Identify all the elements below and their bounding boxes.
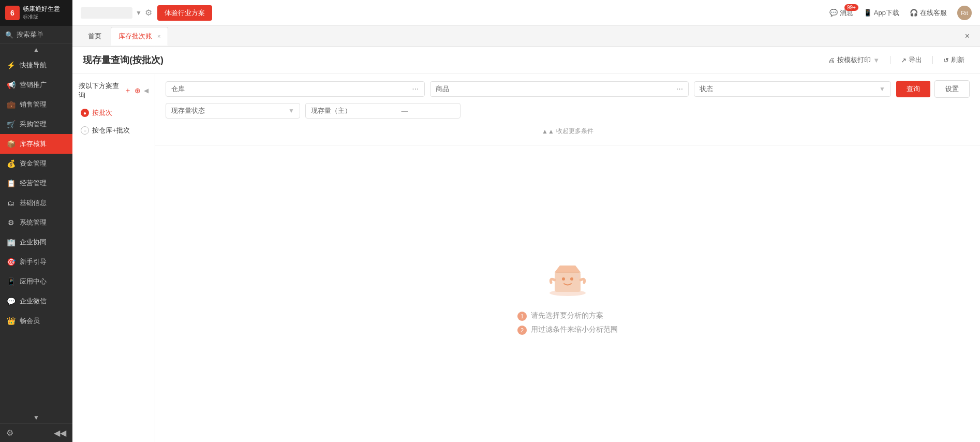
sidebar-item-enterprise[interactable]: 🏢 企业协同 xyxy=(0,232,72,252)
sidebar-company-name: 畅康通好生意 xyxy=(23,5,60,13)
sidebar-item-appstore[interactable]: 📱 应用中心 xyxy=(0,272,72,291)
query-btn[interactable]: 查询 xyxy=(896,81,930,97)
sidebar-item-label: 营销推广 xyxy=(20,80,47,90)
range-dash: — xyxy=(402,107,408,115)
sidebar-footer: ⚙ ◀◀ xyxy=(0,423,72,442)
sidebar-search[interactable]: 🔍 搜索菜单 xyxy=(0,26,72,44)
scheme-item-warehouse-batch[interactable]: ○ 按仓库+批次 xyxy=(72,122,155,139)
close-panel-btn[interactable]: × xyxy=(963,30,972,43)
marketing-icon: 📢 xyxy=(6,80,16,90)
empty-step-2: 2 用过滤条件来缩小分析范围 xyxy=(517,325,618,335)
action-divider-2 xyxy=(932,56,933,64)
collapse-scheme-icon[interactable]: ◀ xyxy=(144,87,149,94)
breadcrumb-input[interactable] xyxy=(81,7,132,19)
online-service-btn[interactable]: 🎧 在线客服 xyxy=(910,8,947,18)
sidebar-nav: ⚡ 快捷导航 📢 营销推广 💼 销售管理 🛒 采购管理 📦 库存核算 💰 资金管… xyxy=(0,55,72,412)
sidebar-version: 标准版 xyxy=(23,13,60,21)
settings-gear-icon[interactable]: ⚙ xyxy=(145,8,152,18)
sidebar-item-inventory[interactable]: 📦 库存核算 xyxy=(0,134,72,154)
scheme-label: 按批次 xyxy=(92,108,112,117)
sidebar-item-marketing[interactable]: 📢 营销推广 xyxy=(0,75,72,95)
messages-btn[interactable]: 💬 消息 99+ xyxy=(829,8,853,18)
scheme-label: 按仓库+批次 xyxy=(92,126,130,135)
stock-status-field[interactable]: 现存量状态 ▼ xyxy=(166,103,300,119)
sidebar-item-label: 系统管理 xyxy=(20,218,47,227)
sidebar-scroll-down[interactable]: ▼ xyxy=(0,412,72,423)
app-download-btn[interactable]: 📱 App下载 xyxy=(864,8,899,18)
sidebar-item-label: 快捷导航 xyxy=(20,61,47,70)
tab-close-btn[interactable]: × xyxy=(157,33,160,39)
search-icon: 🔍 xyxy=(5,31,13,39)
product-more-icon[interactable]: ··· xyxy=(676,84,683,94)
finance-icon: 💰 xyxy=(6,159,16,168)
page-title: 现存量查询(按批次) xyxy=(83,54,164,66)
content-body: 按以下方案查询 ＋ ⊕ ◀ ● 按批次 ○ 按仓库+批次 xyxy=(72,74,980,442)
sidebar-item-member[interactable]: 👑 畅会员 xyxy=(0,311,72,331)
product-input[interactable] xyxy=(452,85,673,93)
warehouse-input[interactable] xyxy=(188,85,409,93)
sidebar-item-quick-nav[interactable]: ⚡ 快捷导航 xyxy=(0,55,72,75)
tab-home[interactable]: 首页 xyxy=(81,27,109,45)
sidebar-item-purchase[interactable]: 🛒 采购管理 xyxy=(0,114,72,134)
sidebar-item-wechat[interactable]: 💬 企业微信 xyxy=(0,291,72,311)
experience-btn[interactable]: 体验行业方案 xyxy=(157,5,212,21)
user-avatar-btn[interactable]: Rit xyxy=(957,6,972,20)
sidebar-item-label: 销售管理 xyxy=(20,100,47,109)
sidebar-item-sales[interactable]: 💼 销售管理 xyxy=(0,95,72,114)
settings-btn[interactable]: 设置 xyxy=(934,80,970,98)
step-2-text: 用过滤条件来缩小分析范围 xyxy=(531,325,618,334)
sidebar-item-system[interactable]: ⚙ 系统管理 xyxy=(0,213,72,232)
scheme-panel: 按以下方案查询 ＋ ⊕ ◀ ● 按批次 ○ 按仓库+批次 xyxy=(72,74,155,442)
newbie-icon: 🎯 xyxy=(6,257,16,267)
sidebar-item-operation[interactable]: 📋 经营管理 xyxy=(0,173,72,193)
system-icon: ⚙ xyxy=(6,218,16,227)
filter-actions: 查询 设置 xyxy=(896,80,970,98)
collapse-up-icon: ▲▲ xyxy=(542,128,554,135)
app-download-label: App下载 xyxy=(874,8,899,18)
appstore-icon: 📱 xyxy=(6,277,16,286)
manage-scheme-icon[interactable]: ⊕ xyxy=(135,86,141,95)
status-field[interactable]: 状态 ▼ xyxy=(694,81,891,97)
sidebar-item-label: 应用中心 xyxy=(20,277,47,286)
add-scheme-icon[interactable]: ＋ xyxy=(124,86,131,95)
sidebar-item-finance[interactable]: 💰 资金管理 xyxy=(0,154,72,173)
sidebar-item-label: 新手引导 xyxy=(20,257,47,267)
wechat-icon: 💬 xyxy=(6,297,16,306)
topbar: ▼ ⚙ 体验行业方案 💬 消息 99+ 📱 App下载 🎧 在线客服 Rit xyxy=(72,0,980,26)
sidebar-logo: 6 xyxy=(5,6,20,20)
chevron-down-icon: ▼ xyxy=(136,9,142,17)
sidebar-scroll-up[interactable]: ▲ xyxy=(0,44,72,55)
stock-qty-label: 现存量（主） xyxy=(311,106,351,115)
step-1-num: 1 xyxy=(517,312,527,321)
filter-row-2: 现存量状态 ▼ 现存量（主） — xyxy=(166,103,970,119)
active-tab-label: 库存批次账 xyxy=(118,32,152,41)
scheme-header-label: 按以下方案查询 xyxy=(79,81,124,100)
app-download-icon: 📱 xyxy=(864,9,872,17)
collapse-more-btn[interactable]: ▲▲ 收起更多条件 xyxy=(166,124,970,139)
settings-icon[interactable]: ⚙ xyxy=(6,428,13,438)
basic-icon: 🗂 xyxy=(6,198,16,208)
sidebar-item-newbie[interactable]: 🎯 新手引导 xyxy=(0,252,72,272)
product-field[interactable]: 商品 ··· xyxy=(430,81,689,97)
tab-inventory-batch[interactable]: 库存批次账 × xyxy=(111,27,168,46)
stock-status-label: 现存量状态 xyxy=(171,106,285,115)
stock-qty-max[interactable] xyxy=(411,107,455,115)
refresh-btn[interactable]: ↺ 刷新 xyxy=(938,53,970,67)
print-btn[interactable]: 🖨 按模板打印 ▼ xyxy=(823,53,885,67)
collapse-label: 收起更多条件 xyxy=(556,127,593,136)
sidebar-item-basic[interactable]: 🗂 基础信息 xyxy=(0,193,72,213)
page-header: 现存量查询(按批次) 🖨 按模板打印 ▼ ↗ 导出 ↺ 刷新 xyxy=(72,47,980,74)
warehouse-field[interactable]: 仓库 ··· xyxy=(166,81,425,97)
operation-icon: 📋 xyxy=(6,179,16,188)
scheme-item-batch[interactable]: ● 按批次 xyxy=(72,104,155,122)
export-btn[interactable]: ↗ 导出 xyxy=(896,53,927,67)
filter-panel: 仓库 ··· 商品 ··· 状态 ▼ xyxy=(155,74,980,145)
sidebar-item-label: 资金管理 xyxy=(20,159,47,168)
home-tab-label: 首页 xyxy=(88,32,101,41)
inventory-icon: 📦 xyxy=(6,139,16,149)
collapse-sidebar-icon[interactable]: ◀◀ xyxy=(54,428,66,438)
refresh-icon: ↺ xyxy=(943,56,949,64)
stock-qty-min[interactable] xyxy=(354,107,398,115)
warehouse-more-icon[interactable]: ··· xyxy=(412,84,419,94)
sidebar-item-label: 库存核算 xyxy=(20,139,47,149)
